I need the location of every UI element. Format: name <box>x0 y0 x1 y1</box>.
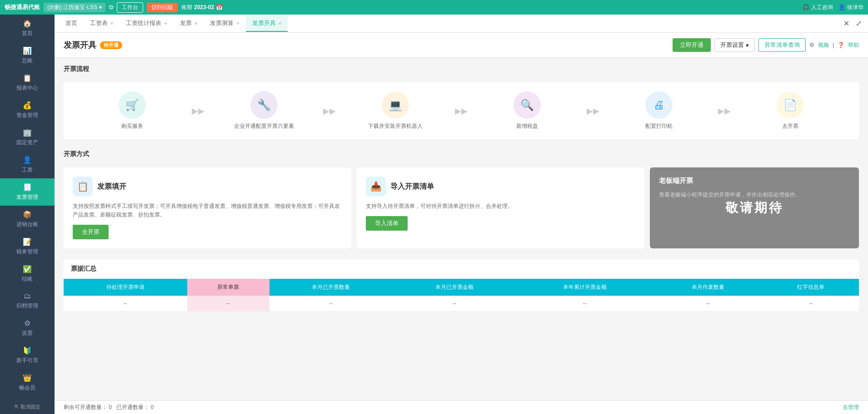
home-icon: 🏠 <box>23 19 32 28</box>
sidebar-item-archive[interactable]: 🗂 归档管理 <box>0 288 55 314</box>
step-buy-service: 🛒 购买服务 <box>73 91 192 130</box>
step-taxdisk: 🔍 新增税盘 <box>468 91 587 130</box>
sidebar-item-member[interactable]: 👑 畅会员 <box>0 369 55 396</box>
help-label[interactable]: 帮助 <box>848 41 859 49</box>
cancel-fixed-button[interactable]: ⇱ 取消固定 <box>0 400 55 414</box>
col-month-amount: 本月已开票金额 <box>393 279 516 296</box>
settle-icon: ✅ <box>23 265 32 273</box>
customer-service[interactable]: 🎧 人工咨询 <box>803 4 833 11</box>
tab-invoice-list[interactable]: 发票 × <box>174 15 204 32</box>
tab-invoice-tool-label: 发票开具 <box>252 19 276 27</box>
sidebar-label-home: 首页 <box>22 30 33 37</box>
step-arrow-5: ▶▶ <box>718 106 731 116</box>
company-selector[interactable]: (勿删) 江西服宝-LSS ▾ <box>44 3 105 12</box>
old-card-desc: 查看老板端小程序提交的开票申请，并作出相应处理操作。 <box>659 191 850 199</box>
tab-invoice-list-close[interactable]: × <box>195 20 197 26</box>
open-now-button[interactable]: 立即开通 <box>673 38 711 52</box>
page-title-group: 发票开具 待开通 <box>64 40 122 50</box>
import-list-button[interactable]: 导入清单 <box>366 216 408 231</box>
tab-invoice-tool-close[interactable]: × <box>279 20 281 26</box>
method-card-manual-header: 📋 发票填开 <box>73 177 342 197</box>
user-profile[interactable]: 👤 徐泽华 <box>838 4 863 11</box>
settings-gear-icon: ⚙ <box>809 42 814 48</box>
col-pending: 待处理开票申请 <box>64 279 187 296</box>
sidebar-item-newbie[interactable]: 🔰 新手引导 <box>0 342 55 369</box>
old-card-title: 老板端开票 <box>659 177 850 185</box>
sidebar-label-newbie: 新手引导 <box>16 357 38 364</box>
tab-close-all-button[interactable]: ✕ <box>842 18 851 29</box>
tab-salary-report-close[interactable]: × <box>164 20 167 26</box>
salary-icon: 👤 <box>23 156 32 164</box>
sidebar-item-purchase[interactable]: 📦 进销台账 <box>0 206 55 233</box>
tab-home-label: 首页 <box>65 19 77 27</box>
sidebar-item-settings[interactable]: ⚙ 设置 <box>0 314 55 342</box>
sidebar: 🏠 首页 📊 总账 📋 报表中心 💰 资金管理 🏢 固定资产 👤 工资 🧾 发票… <box>0 15 55 414</box>
top-bar: 畅捷通易代账 (勿删) 江西服宝-LSS ▾ ⧉ 工作台 切到旧版 账期 202… <box>0 0 868 15</box>
coming-soon-overlay: 敬请期待 <box>725 199 783 217</box>
help-icon: ❓ <box>838 42 844 48</box>
tab-salary-table-close[interactable]: × <box>110 20 113 26</box>
cell-year-amount: -- <box>516 296 653 312</box>
sidebar-item-salary[interactable]: 👤 工资 <box>0 151 55 178</box>
manual-icon: 📋 <box>73 177 93 197</box>
tab-invoice-tool[interactable]: 发票开具 × <box>246 15 288 32</box>
tab-invoice-calc[interactable]: 发票测算 × <box>204 15 245 32</box>
tab-salary-table[interactable]: 工资表 × <box>84 15 120 32</box>
tab-home[interactable]: 首页 <box>59 15 84 32</box>
switch-version-button[interactable]: 切到旧版 <box>147 3 178 12</box>
cell-month-amount: -- <box>393 296 516 312</box>
sidebar-label-settings: 设置 <box>22 329 33 337</box>
step-issue-label: 去开票 <box>782 122 798 130</box>
import-title: 导入开票清单 <box>390 182 434 192</box>
open-settings-button[interactable]: 开票设置 ▾ <box>714 38 755 52</box>
sidebar-label-archive: 归档管理 <box>16 302 38 310</box>
step-taxdisk-icon: 🔍 <box>514 91 541 119</box>
manage-link[interactable]: 去管理 <box>843 404 859 411</box>
col-year-amount: 本年累计开票金额 <box>516 279 653 296</box>
sidebar-item-asset[interactable]: 🏢 固定资产 <box>0 124 55 151</box>
summary-row: -- -- -- -- -- -- -- <box>64 296 859 312</box>
summary-table: 待处理开票申请 异常单票 本月已开票数量 本月已开票金额 本年累计开票金额 本月… <box>64 279 859 312</box>
sidebar-item-fund[interactable]: 💰 资金管理 <box>0 96 55 124</box>
tab-menu-button[interactable]: ⤢ <box>854 18 863 29</box>
fund-icon: 💰 <box>23 101 32 110</box>
tax-icon: 📝 <box>23 237 32 246</box>
calendar-icon[interactable]: 📅 <box>216 4 223 10</box>
invoice-icon: 🧾 <box>23 183 32 192</box>
method-card-import-header: 📥 导入开票清单 <box>366 177 635 197</box>
go-invoice-button[interactable]: 去开票 <box>73 225 109 239</box>
step-configure-icon: 🔧 <box>250 91 278 119</box>
page-header: 发票开具 待开通 立即开通 开票设置 ▾ 异常清单查询 ⚙ 视频 | ❓ 帮助 <box>55 33 868 58</box>
method-card-import: 📥 导入开票清单 支持导入待开票清单，可对待开票清单进行拆分、合并处理。 导入清… <box>357 167 644 248</box>
sidebar-item-invoice[interactable]: 🧾 发票管理 <box>0 178 55 206</box>
method-card-manual: 📋 发票填开 支持按照发票样式手工填写开发票；可开具增值税电子普通发票、增值税普… <box>64 167 351 248</box>
import-icon: 📥 <box>366 177 386 197</box>
tab-salary-table-label: 工资表 <box>90 19 108 27</box>
col-abnormal: 异常单票 <box>187 279 269 296</box>
col-month-count: 本月已开票数量 <box>269 279 393 296</box>
process-section-title: 开票流程 <box>64 65 859 75</box>
step-download-icon: 💻 <box>382 91 409 119</box>
manual-title: 发票填开 <box>97 182 126 192</box>
tab-invoice-calc-close[interactable]: × <box>236 20 239 26</box>
sidebar-item-report[interactable]: 📋 报表中心 <box>0 69 55 96</box>
tab-bar-actions: ✕ ⤢ <box>842 18 863 29</box>
workspace-button[interactable]: 工作台 <box>117 2 143 13</box>
header-actions: 立即开通 开票设置 ▾ 异常清单查询 ⚙ 视频 | ❓ 帮助 <box>673 38 859 52</box>
sidebar-label-salary: 工资 <box>22 166 33 174</box>
tab-salary-report[interactable]: 工资统计报表 × <box>120 15 173 32</box>
opened-value: 0 <box>150 404 154 410</box>
sidebar-item-tax[interactable]: 📝 税务管理 <box>0 233 55 260</box>
bottom-bar: 剩余可开通数量： 0 已开通数量： 0 去管理 <box>55 400 868 414</box>
sidebar-bottom: ⇱ 取消固定 <box>0 400 55 414</box>
sidebar-item-ledger[interactable]: 📊 总账 <box>0 42 55 69</box>
sidebar-item-settle[interactable]: ✅ 结账 <box>0 260 55 288</box>
method-section-title: 开票方式 <box>64 150 859 160</box>
cell-month-count: -- <box>269 296 393 312</box>
sidebar-item-home[interactable]: 🏠 首页 <box>0 15 55 42</box>
copy-icon[interactable]: ⧉ <box>109 4 113 11</box>
abnormal-query-button[interactable]: 异常清单查询 <box>758 38 806 52</box>
company-name: (勿删) 江西服宝-LSS <box>47 4 97 11</box>
sidebar-label-settle: 结账 <box>22 275 33 283</box>
video-label[interactable]: 视频 <box>818 41 829 49</box>
